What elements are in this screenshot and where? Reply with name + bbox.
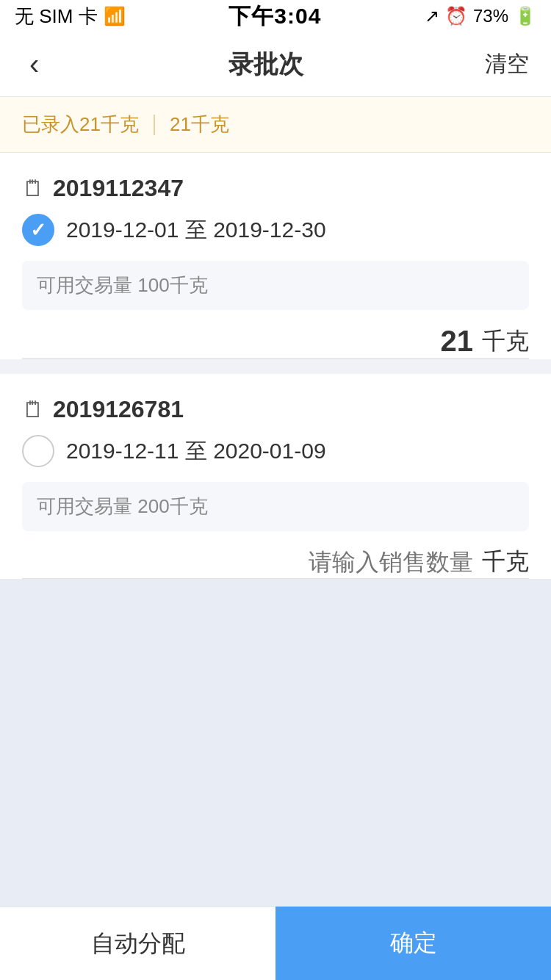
page-title: 录批次 (228, 48, 303, 82)
quantity-input[interactable] (22, 549, 473, 576)
batch1-unit: 千克 (482, 325, 529, 358)
batch2-doc-icon: 🗒 (22, 397, 44, 422)
carrier-text: 无 SIM 卡 (15, 4, 98, 29)
batch1-amount-row: 21 千克 (22, 310, 529, 358)
info-banner: 已录入21千克 21千克 (0, 97, 551, 153)
batch1-date: 2019-12-01 至 2019-12-30 (66, 215, 326, 245)
recorded-value: 21千克 (170, 112, 229, 137)
confirm-button[interactable]: 确定 (276, 907, 551, 980)
batch1-amount: 21 (441, 325, 474, 358)
nav-bar: ‹ 录批次 清空 (0, 32, 551, 97)
status-right: ↗ ⏰ 73% 🔋 (425, 6, 536, 26)
batch2-unit: 千克 (482, 546, 529, 578)
batch1-divider (22, 358, 529, 359)
recorded-label: 已录入21千克 (22, 112, 139, 137)
batch2-date: 2019-12-11 至 2020-01-09 (66, 436, 326, 466)
wifi-icon: 📶 (104, 6, 126, 26)
batch1-date-row[interactable]: 2019-12-01 至 2019-12-30 (22, 214, 529, 246)
batch1-header: 🗒 2019112347 (22, 175, 529, 202)
alarm-icon: ⏰ (445, 6, 467, 26)
batch1-radio[interactable] (22, 214, 54, 246)
auto-distribute-button[interactable]: 自动分配 (0, 907, 276, 980)
batch2-header: 🗒 2019126781 (22, 396, 529, 423)
batch2-number: 2019126781 (53, 396, 184, 423)
battery-percent: 73% (473, 6, 508, 26)
location-icon: ↗ (425, 6, 439, 26)
batch2-available: 可用交易量 200千克 (22, 482, 529, 531)
batch-card-2: 🗒 2019126781 2019-12-11 至 2020-01-09 可用交… (0, 374, 551, 579)
batch2-radio[interactable] (22, 435, 54, 467)
batch1-available: 可用交易量 100千克 (22, 261, 529, 310)
batch2-input-row[interactable]: 千克 (22, 531, 529, 578)
batch1-number: 2019112347 (53, 175, 184, 202)
back-button[interactable]: ‹ (22, 40, 46, 88)
status-time: 下午3:04 (228, 1, 321, 32)
batch2-date-row[interactable]: 2019-12-11 至 2020-01-09 (22, 435, 529, 467)
info-divider (154, 115, 155, 135)
battery-icon: 🔋 (514, 6, 536, 26)
empty-area (0, 579, 551, 934)
status-bar: 无 SIM 卡 📶 下午3:04 ↗ ⏰ 73% 🔋 (0, 0, 551, 32)
status-carrier: 无 SIM 卡 📶 (15, 4, 126, 29)
clear-button[interactable]: 清空 (485, 49, 529, 79)
batch1-doc-icon: 🗒 (22, 176, 44, 201)
batch-card-1: 🗒 2019112347 2019-12-01 至 2019-12-30 可用交… (0, 153, 551, 359)
bottom-bar: 自动分配 确定 (0, 907, 551, 980)
